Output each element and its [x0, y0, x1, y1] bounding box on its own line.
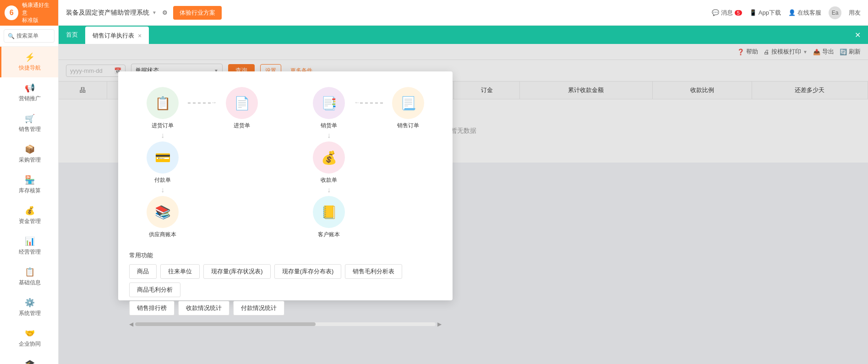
arrow-down-1: ↓ — [147, 130, 179, 141]
btn-product[interactable]: 商品 — [129, 264, 157, 279]
sidebar-item-purchase-label: 采购管理 — [19, 156, 41, 164]
sidebar-item-sales[interactable]: 🛒 销售管理 — [0, 108, 58, 139]
tab-bar-close-button[interactable]: ✕ — [847, 31, 868, 39]
system-title: 装备及固定资产辅助管理系统 — [66, 9, 149, 17]
common-functions-section: 常用功能 商品 往来单位 现存量(库存状况表) 现存量(库存分布表) 销售毛利分… — [129, 251, 442, 315]
scroll-track[interactable] — [135, 322, 436, 326]
sales-icon: 🛒 — [25, 114, 35, 124]
scroll-bar: ◀ ▶ — [129, 321, 442, 327]
tab-sales-order-label: 销售订单执行表 — [93, 32, 134, 40]
system-title-area: 装备及固定资产辅助管理系统 ▼ — [66, 9, 157, 17]
sidebar-item-sales-label: 销售管理 — [19, 125, 41, 133]
btn-partner[interactable]: 往来单位 — [160, 264, 200, 279]
guide-icon: 🎓 — [25, 359, 35, 364]
experience-button[interactable]: 体验行业方案 — [173, 6, 222, 20]
supplier-label: 供应商账本 — [149, 231, 176, 239]
sidebar-item-basic[interactable]: 📋 基础信息 — [0, 261, 58, 292]
sidebar-item-operation[interactable]: 📊 经营管理 — [0, 231, 58, 261]
gear-icon: ⚙ — [162, 9, 168, 16]
message-label: 消息 — [721, 9, 733, 17]
sidebar-item-system[interactable]: ⚙️ 系统管理 — [0, 292, 58, 323]
sidebar-item-basic-label: 基础信息 — [19, 279, 41, 287]
sidebar-item-inventory[interactable]: 🏪 库存核算 — [0, 169, 58, 200]
btn-receipt-stats[interactable]: 收款情况统计 — [178, 301, 229, 315]
download-icon: 📱 — [749, 9, 757, 16]
app-download-button[interactable]: 📱 App下载 — [749, 9, 781, 17]
receipt-icon: 💰 — [313, 141, 345, 174]
system-dropdown-icon[interactable]: ▼ — [152, 10, 157, 15]
sidebar-item-operation-label: 经营管理 — [19, 248, 41, 256]
flow-node-supplier[interactable]: 📚 供应商账本 — [137, 196, 188, 239]
sidebar-item-guide[interactable]: 🎓 新手引导 — [0, 353, 58, 364]
btn-stock-status[interactable]: 现存量(库存状况表) — [203, 264, 271, 279]
tab-close-icon[interactable]: × — [138, 32, 142, 39]
logo-icon: 6 — [5, 5, 18, 20]
arrow-down-2: ↓ — [147, 184, 179, 196]
user-label: 用友 — [849, 9, 861, 17]
sale-bill-icon: 📑 — [313, 87, 345, 119]
scroll-left-arrow[interactable]: ◀ — [129, 321, 133, 327]
flow-node-sale-bill[interactable]: 📑 销货单 — [304, 87, 354, 130]
btn-sales-rank[interactable]: 销售排行榜 — [129, 301, 175, 315]
sidebar-item-collab-label: 企业协同 — [19, 340, 41, 348]
flow-mid-right-col: 📑 销货单 ↓ 💰 收款单 — [304, 87, 354, 239]
tab-sales-order[interactable]: 销售订单执行表 × — [85, 27, 149, 45]
arrow-down-3: ↓ — [313, 130, 345, 141]
sidebar-item-marketing-label: 营销推广 — [19, 95, 41, 103]
flow-diagram: 📋 进货订单 ↓ 💳 付款单 — [129, 82, 442, 248]
btn-sales-profit[interactable]: 销售毛利分析表 — [345, 264, 402, 279]
common-btns-row2: 销售排行榜 收款情况统计 付款情况统计 — [129, 301, 442, 315]
popup-panel: 📋 进货订单 ↓ 💳 付款单 — [118, 71, 453, 300]
btn-stock-dist[interactable]: 现存量(库存分布表) — [274, 264, 342, 279]
scroll-right-arrow[interactable]: ▶ — [437, 321, 442, 327]
online-service-button[interactable]: 👤 在线客服 — [788, 9, 821, 17]
tab-home[interactable]: 首页 — [59, 26, 85, 44]
purchase-order-label: 进货订单 — [152, 122, 174, 130]
customer-icon: 📒 — [313, 196, 345, 228]
flow-node-customer[interactable]: 📒 客户账本 — [304, 196, 354, 239]
user-avatar[interactable]: Ea — [829, 6, 841, 19]
sidebar-item-quick-label: 快捷导航 — [19, 64, 41, 72]
sidebar-search-section: 🔍 搜索菜单 — [0, 26, 58, 47]
sale-order-icon: 📃 — [392, 87, 424, 119]
sidebar-item-purchase[interactable]: 📦 采购管理 — [0, 139, 58, 169]
purchase-icon: 📦 — [25, 144, 35, 154]
sidebar-item-quick[interactable]: ⚡ 快捷导航 — [0, 47, 58, 77]
message-button[interactable]: 💬 消息 5 — [712, 9, 742, 17]
customer-label: 客户账本 — [318, 231, 340, 239]
message-badge: 5 — [735, 10, 742, 16]
flow-node-sale-order[interactable]: 📃 销售订单 — [383, 87, 433, 130]
sidebar-item-finance[interactable]: 💰 资金管理 — [0, 200, 58, 231]
content-area: ❓ 帮助 🖨 按模板打印 ▼ 📤 导出 🔄 刷新 — [59, 44, 868, 364]
system-icon: ⚙️ — [25, 298, 35, 308]
flow-node-purchase-bill[interactable]: 📄 进货单 — [217, 87, 267, 130]
tab-home-label: 首页 — [66, 31, 78, 39]
flow-node-purchase-order[interactable]: 📋 进货订单 — [137, 87, 188, 130]
sidebar-item-finance-label: 资金管理 — [19, 217, 41, 225]
main-area: 装备及固定资产辅助管理系统 ▼ ⚙ 体验行业方案 💬 消息 5 📱 App下载 … — [59, 0, 868, 364]
finance-icon: 💰 — [25, 206, 35, 216]
popup-overlay: 📋 进货订单 ↓ 💳 付款单 — [59, 44, 868, 364]
inventory-icon: 🏪 — [25, 175, 35, 185]
service-icon: 👤 — [788, 9, 796, 16]
flow-node-receipt[interactable]: 💰 收款单 — [304, 141, 354, 184]
top-header: 装备及固定资产辅助管理系统 ▼ ⚙ 体验行业方案 💬 消息 5 📱 App下载 … — [59, 0, 868, 26]
arrow-h-2: ← — [354, 87, 383, 106]
search-icon: 🔍 — [8, 33, 15, 39]
settings-button[interactable]: ⚙ — [162, 9, 168, 16]
sale-bill-label: 销货单 — [321, 122, 337, 130]
btn-product-profit[interactable]: 商品毛利分析 — [129, 283, 180, 297]
sidebar-item-collab[interactable]: 🤝 企业协同 — [0, 323, 58, 353]
message-icon: 💬 — [712, 9, 719, 16]
flow-node-payment[interactable]: 💳 付款单 — [137, 141, 188, 184]
supplier-icon: 📚 — [147, 196, 179, 228]
flow-left-col: 📋 进货订单 ↓ 💳 付款单 — [137, 87, 188, 239]
btn-payment-stats[interactable]: 付款情况统计 — [233, 301, 284, 315]
user-button[interactable]: 用友 — [849, 9, 861, 17]
sidebar: 6 畅康通好生意 标准版 🔍 搜索菜单 ⚡ 快捷导航 📢 营销推广 🛒 — [0, 0, 59, 364]
search-menu-button[interactable]: 🔍 搜索菜单 — [4, 29, 55, 43]
logo-text: 畅康通好生意 标准版 — [22, 1, 54, 24]
purchase-bill-icon: 📄 — [226, 87, 258, 119]
quick-icon: ⚡ — [25, 52, 35, 62]
sidebar-item-marketing[interactable]: 📢 营销推广 — [0, 77, 58, 108]
